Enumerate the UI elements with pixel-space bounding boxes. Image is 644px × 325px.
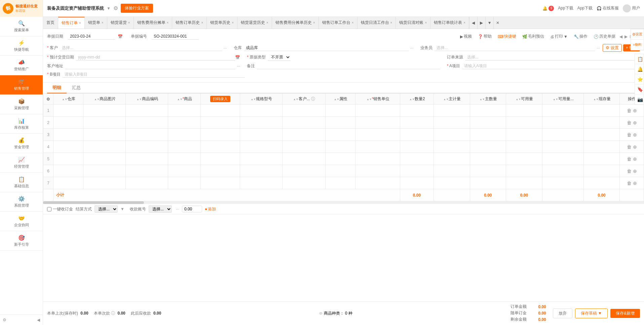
widget-btn-2[interactable]: 🔔 xyxy=(635,64,644,74)
sidebar-item-marketing[interactable]: 📣 营销推广 xyxy=(0,56,43,75)
sidebar-collapse-icon[interactable]: ◀ xyxy=(37,318,40,322)
col-unit[interactable]: ▲▼*销售单位 xyxy=(355,94,400,105)
row-6-copy[interactable]: ⊕ xyxy=(633,168,637,174)
row-1-copy[interactable]: ⊕ xyxy=(633,108,637,113)
operations-btn[interactable]: 🔧 操作 xyxy=(572,33,590,40)
tab-returns-history[interactable]: 销货退货历史 × xyxy=(237,17,272,29)
date-input[interactable] xyxy=(68,33,115,40)
sidebar-item-management[interactable]: 📈 经营管理 xyxy=(0,153,43,173)
row-1-spec[interactable] xyxy=(240,105,282,117)
save-new-button[interactable]: 保存&新增 xyxy=(610,309,640,318)
sidebar-item-guide[interactable]: 🎯 新手引导 xyxy=(0,231,43,251)
row-6-delete[interactable]: 🗑 xyxy=(627,168,632,174)
goods-types-icon[interactable]: ⊙ xyxy=(319,311,323,316)
delivery-date-input[interactable] xyxy=(76,54,235,60)
row-1-warehouse[interactable] xyxy=(53,105,83,117)
col-stock[interactable]: ▲▼现存量 xyxy=(583,94,620,105)
col-main-qty[interactable]: ▲▼主数量 xyxy=(470,94,506,105)
tab-workbench-close[interactable]: × xyxy=(352,21,354,25)
col-main-unit[interactable]: ▲▼主计量 xyxy=(433,94,470,105)
col-product[interactable]: ▲▼*商品 xyxy=(168,94,201,105)
one-click-label[interactable]: 一键收订金 xyxy=(47,206,73,212)
tab-daily-clear[interactable]: 钱货日清工作台 × xyxy=(357,17,396,29)
customer-dots[interactable]: ··· xyxy=(224,46,227,50)
row-1-code[interactable] xyxy=(126,105,168,117)
tab-menu[interactable]: ▼ xyxy=(485,17,493,29)
app-download-label[interactable]: App下载 xyxy=(577,5,593,11)
tab-returns[interactable]: 销货退货 × xyxy=(107,17,134,29)
solution-button[interactable]: 体验行业方案 xyxy=(121,4,153,13)
sidebar-item-enterprise[interactable]: 🤝 企业协同 xyxy=(0,212,43,231)
save-draft-dropdown[interactable]: ▼ xyxy=(598,311,602,316)
col-code[interactable]: ▲▼商品编码 xyxy=(126,94,168,105)
tab-fee-history[interactable]: 销售费用分摊单历史 × xyxy=(272,17,319,29)
user-avatar[interactable]: 用户 xyxy=(623,4,640,12)
scan-button[interactable]: 扫码录入 xyxy=(210,96,230,102)
delivery-calendar-icon[interactable]: 📅 xyxy=(235,55,240,60)
sidebar-item-system[interactable]: ⚙️ 系统管理 xyxy=(0,192,43,212)
col-available[interactable]: ▲▼可用量 xyxy=(506,94,542,105)
row-7-copy[interactable]: ⊕ xyxy=(633,180,637,186)
tab-fee-split[interactable]: 销售费用分摊单 × xyxy=(134,17,173,29)
app-download-btn[interactable]: App下载 xyxy=(558,5,573,11)
sidebar-settings-icon[interactable]: ⚙ xyxy=(3,318,6,322)
tab-daily-clear-close[interactable]: × xyxy=(390,21,392,25)
tab-sales-goods[interactable]: 销货单 × xyxy=(85,17,107,29)
order-source-input[interactable] xyxy=(465,54,635,60)
tab-sales-goods-close[interactable]: × xyxy=(102,21,104,25)
tab-prev[interactable]: ◀ xyxy=(469,17,477,29)
prev-record-icon[interactable]: ◀ xyxy=(619,34,622,39)
salesperson-input[interactable] xyxy=(434,45,596,51)
note-input[interactable] xyxy=(257,63,440,69)
tab-goods-history-close[interactable]: × xyxy=(232,21,234,25)
tab-order-history-close[interactable]: × xyxy=(201,21,203,25)
tab-sales-order-close[interactable]: × xyxy=(79,21,81,25)
tab-close-all[interactable]: ✕ xyxy=(493,17,501,29)
tab-summary[interactable]: 汇总 xyxy=(67,83,86,93)
b-project-input[interactable] xyxy=(63,71,245,78)
account-select[interactable]: 选择... xyxy=(149,205,172,213)
tab-returns-close[interactable]: × xyxy=(128,21,130,25)
payment-amount[interactable] xyxy=(182,206,202,212)
row-2-delete[interactable]: 🗑 xyxy=(627,120,632,125)
row-3-delete[interactable]: 🗑 xyxy=(627,132,632,137)
discard-button[interactable]: 放弃 xyxy=(553,309,572,318)
settings-icon[interactable]: ⚙ xyxy=(113,5,118,11)
row-1-attr[interactable] xyxy=(325,105,355,117)
add-payment-btn[interactable]: ● 添加 xyxy=(205,206,216,212)
widget-btn-5[interactable]: 📷 xyxy=(635,94,644,105)
row-1-qty2[interactable] xyxy=(400,105,434,117)
row-1-main-qty[interactable] xyxy=(470,105,506,117)
row-4-delete[interactable]: 🗑 xyxy=(627,144,632,150)
col-warehouse[interactable]: ▲▼仓库 xyxy=(53,94,83,105)
order-no-input[interactable] xyxy=(152,33,199,40)
tab-statistics[interactable]: 销售订单统计表 × xyxy=(430,17,469,29)
tab-reconcile[interactable]: 钱货日清对账 × xyxy=(396,17,430,29)
next-record-icon[interactable]: ▶ xyxy=(624,34,628,39)
calendar-icon[interactable]: 📅 xyxy=(118,34,123,39)
customer-addr-input[interactable] xyxy=(65,63,235,69)
row-5-delete[interactable]: 🗑 xyxy=(627,156,632,162)
payment-method-dropdown[interactable]: ▼ xyxy=(120,207,124,211)
profit-btn[interactable]: 🌿 毛利预估 xyxy=(520,33,546,40)
warehouse-dots[interactable]: ··· xyxy=(410,46,414,50)
col-customer-code[interactable]: ▲▼客户... ⓘ xyxy=(282,94,325,105)
sidebar-item-purchase[interactable]: 📦 采购管理 xyxy=(0,95,43,114)
row-2-copy[interactable]: ⊕ xyxy=(633,120,637,125)
print-btn[interactable]: 🖨 打印 ▼ xyxy=(548,33,570,40)
tab-sales-order[interactable]: 销售订单 × xyxy=(58,17,85,29)
sidebar-item-finance[interactable]: 💰 资金管理 xyxy=(0,134,43,153)
notification-area[interactable]: 🔔 9 xyxy=(542,6,554,11)
warehouse-input[interactable] xyxy=(244,45,409,51)
row-5-copy[interactable]: ⊕ xyxy=(633,156,637,162)
shortcut-btn[interactable]: ⌨ 快捷键 xyxy=(496,33,518,40)
settings-panel-btn1[interactable]: ⚙设置 xyxy=(631,29,644,40)
row-1-customer-code[interactable] xyxy=(282,105,325,117)
widget-btn-1[interactable]: 📋 xyxy=(635,54,644,64)
col-settings[interactable]: ⚙ xyxy=(43,94,53,105)
tab-fee-history-close[interactable]: × xyxy=(313,21,315,25)
tab-returns-history-close[interactable]: × xyxy=(266,21,268,25)
tab-home[interactable]: 首页 xyxy=(43,17,58,29)
sidebar-item-search[interactable]: 🔍 搜索菜单 xyxy=(0,17,43,36)
tab-next[interactable]: ▶ xyxy=(477,17,485,29)
